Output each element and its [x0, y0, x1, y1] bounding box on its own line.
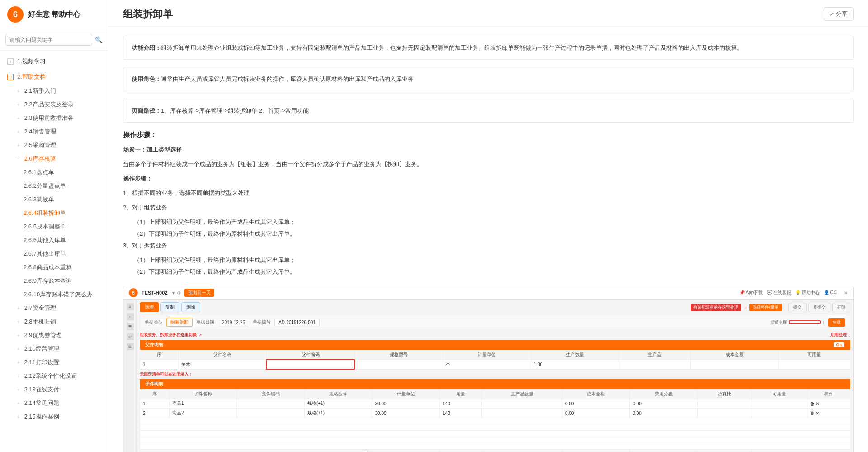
mock-upper-table: 序 父件名称 父件编码 规格型号 计量单位 生产数量 主产品 成本金额 可用量 [140, 350, 850, 370]
annotation-arrow1: → [743, 305, 747, 310]
step1: 1、根据不同的业务，选择不同单据的类型来处理 [123, 187, 854, 199]
mock-nav-dot-2: + [127, 313, 134, 320]
annotation-no-bom: 无固定清单可以在这里录入 ↑ [140, 371, 850, 378]
mock-date-label: 单据日期 [196, 319, 214, 325]
mock-lower-row-2: 2 商品2 规格(+1) 30.00 140 0.00 0.00 [140, 409, 850, 418]
brand-name: 好生意 帮助中心 [28, 10, 80, 19]
mock-topbar-btn: 预测前一天 [184, 289, 214, 297]
sidebar-item-cost-adj[interactable]: 2.6.5成本调整单 [0, 220, 108, 233]
sidebar-item-stockcount[interactable]: 2.6.1盘点单 [0, 166, 108, 179]
share-button[interactable]: ↗ 分享 [824, 7, 854, 21]
search-input[interactable] [5, 34, 92, 46]
step2: 2、对于组装业务 [123, 202, 854, 214]
mock-warehouse-label: 货值仓库 [771, 319, 787, 325]
sidebar-item-inventory[interactable]: − 2.6库存核算 [0, 152, 108, 166]
sidebar-item-sales[interactable]: + 2.4销售管理 [0, 125, 108, 138]
mock-topbar-icons: 📌 App下载 💬 在线客服 💡 帮助中心 👤 CC [739, 290, 837, 296]
sidebar-item-other-in[interactable]: 2.6.6其他入库单 [0, 233, 108, 247]
sidebar-item-transfer[interactable]: 2.6.3调拨单 [0, 193, 108, 206]
mock-col-parent-code: 父件编码 [266, 350, 354, 360]
sidebar-item-docs[interactable]: − 2.帮助文档 [0, 70, 108, 84]
mock-col-spec: 规格型号 [354, 350, 443, 360]
mock-nav-dot-5: ⊞ [127, 343, 134, 350]
feature-intro-label: 功能介绍： [132, 44, 161, 51]
sidebar-item-cost-recalc[interactable]: 2.6.8商品成本重算 [0, 261, 108, 274]
mock-lower-row-4 [140, 424, 850, 431]
expand-icon-coupon: + [17, 333, 20, 338]
nav-group-docs: − 2.帮助文档 + 2.1新手入门 + 2.2产品安装及登录 + 2.3使用前… [0, 70, 108, 423]
mock-lower-row-6 [140, 437, 850, 443]
sidebar-item-assembly[interactable]: 2.6.4组装拆卸单 [0, 206, 108, 220]
mock-type-val: 组装拆卸 [166, 318, 193, 327]
step3: 3、对于拆装业务 [123, 240, 854, 252]
mock-topbar-id: TEST-H002 [142, 290, 167, 295]
sidebar-item-splitcount[interactable]: 2.6.2分量盘点单 [0, 179, 108, 193]
sidebar-item-cases[interactable]: + 2.15操作案例 [0, 410, 108, 423]
path-block: 页面路径：1、库存核算->库存管理->组装拆卸单 2、首页->常用功能 [123, 99, 854, 123]
expand-icon-online-pay: + [17, 387, 20, 392]
collapse-icon: − [7, 74, 14, 80]
expand-icon-print: + [17, 360, 20, 365]
logo-area: 6 好生意 帮助中心 [0, 0, 108, 29]
sidebar-item-purchase[interactable]: + 2.5采购管理 [0, 138, 108, 152]
search-button[interactable]: 🔍 [95, 36, 103, 43]
nav-sub-docs: + 2.1新手入门 + 2.2产品安装及登录 + 2.3使用前数据准备 + 2.… [0, 84, 108, 423]
sidebar-item-system-settings[interactable]: + 2.12系统个性化设置 [0, 369, 108, 383]
main-content: 功能介绍：组装拆卸单用来处理企业组装或拆卸等加工业务，支持有固定装配清单的产品加… [108, 27, 868, 452]
mock-tab-delete: 删除 [181, 302, 200, 312]
sidebar-item-video[interactable]: + 1.视频学习 [0, 54, 108, 69]
feature-intro-block: 功能介绍：组装拆卸单用来处理企业组装或拆卸等加工业务，支持有固定装配清单的产品加… [123, 36, 854, 60]
sidebar-item-mobile[interactable]: + 2.8手机旺铺 [0, 315, 108, 328]
operations-title: 操作步骤： [123, 131, 854, 139]
mock-tab-copy: 复制 [160, 302, 179, 312]
path-text: 1、库存核算->库存管理->组装拆卸单 2、首页->常用功能 [161, 107, 309, 114]
step2-sub2: （2）下部明细为子件明细，最终作为原材料生成其它出库单。 [123, 228, 854, 240]
mock-num-label: 单据编号 [253, 319, 271, 325]
mock-col-main-product: 主产品 [619, 350, 690, 360]
mock-lower-section-header: 子件明细 [140, 379, 850, 389]
step2-sub1: （1）上部明细为父件明细，最终作为产成品生成其它入库单； [123, 216, 854, 228]
sidebar: 6 好生意 帮助中心 🔍 + 1.视频学习 − 2.帮助文档 + 2.1新手入门 [0, 0, 108, 452]
sidebar-item-ledger-query[interactable]: 2.6.9库存账本查询 [0, 274, 108, 288]
sidebar-item-mgmt[interactable]: + 2.10经营管理 [0, 342, 108, 356]
sidebar-item-ledger-error[interactable]: 2.6.10库存账本错了怎么办 [0, 288, 108, 301]
mock-main-area: 新增 复制 删除 有装配清单的在这里处理 → 选择料件/量单 提交 反提交 打印 [137, 300, 853, 452]
mock-tab-new: 新增 [140, 302, 159, 312]
mock-upper-row-1: 1 关术 个 1.00 [140, 360, 850, 369]
sidebar-item-coupon[interactable]: + 2.9优惠券管理 [0, 328, 108, 342]
scene1-title: 场景一：加工类型选择 [123, 144, 854, 156]
mock-date-val: 2019-12-26 [218, 319, 249, 326]
mock-nav-dot-1: ≡ [127, 303, 134, 310]
mock-upper-section-header: 父件明细 On [140, 340, 850, 350]
expand-icon-purchase: + [17, 143, 20, 148]
expand-icon-finance: + [17, 306, 20, 311]
search-area: 🔍 [0, 29, 108, 51]
sidebar-item-online-pay[interactable]: + 2.13在线支付 [0, 383, 108, 396]
annotation-assembly-text: 组装业务、拆卸业务在这里切换 [140, 332, 197, 338]
mock-form-row: 单据类型 组装拆卸 单据日期 2019-12-26 单据编号 AD-201912… [140, 315, 850, 329]
mock-row-area: ≡ + ☰ ↩ ⊞ 新增 复制 删除 [123, 300, 853, 452]
sidebar-item-install[interactable]: + 2.2产品安装及登录 [0, 98, 108, 111]
expand-icon-data-prep: + [17, 116, 20, 121]
sidebar-item-beginner[interactable]: + 2.1新手入门 [0, 84, 108, 98]
sidebar-item-data-prep[interactable]: + 2.3使用前数据准备 [0, 111, 108, 125]
sidebar-item-finance[interactable]: + 2.7资金管理 [0, 301, 108, 315]
page-title: 组装拆卸单 [123, 7, 173, 21]
logo-icon: 6 [7, 6, 24, 23]
sidebar-item-other-out[interactable]: 2.6.7其他出库单 [0, 247, 108, 261]
step3-sub2: （2）下部明细为子件明细，最终作为产成品生成其它入库单。 [123, 266, 854, 278]
expand-icon-sales: + [17, 129, 20, 134]
path-label: 页面路径： [132, 107, 161, 114]
mock-annotation3-arrow: ↑ [822, 320, 825, 325]
mock-type-label: 单据类型 [145, 319, 163, 325]
expand-icon-faq: + [17, 401, 20, 406]
mock-lower-row-5 [140, 431, 850, 437]
mock-col-qty: 生产数量 [531, 350, 619, 360]
sidebar-item-print[interactable]: + 2.11打印设置 [0, 356, 108, 369]
sidebar-nav: + 1.视频学习 − 2.帮助文档 + 2.1新手入门 + 2.2产品安装及登录 [0, 51, 108, 452]
expand-icon-beginner: + [17, 89, 20, 94]
annotation-assembly-arrow: ↗ [198, 333, 202, 338]
mock-tabs: 新增 复制 删除 有装配清单的在这里处理 → 选择料件/量单 提交 反提交 打印 [140, 302, 850, 312]
role-block: 使用角色：通常由生产人员或库管人员完成拆装业务的操作，库管人员确认原材料的出库和… [123, 67, 854, 91]
sidebar-item-faq[interactable]: + 2.14常见问题 [0, 396, 108, 410]
